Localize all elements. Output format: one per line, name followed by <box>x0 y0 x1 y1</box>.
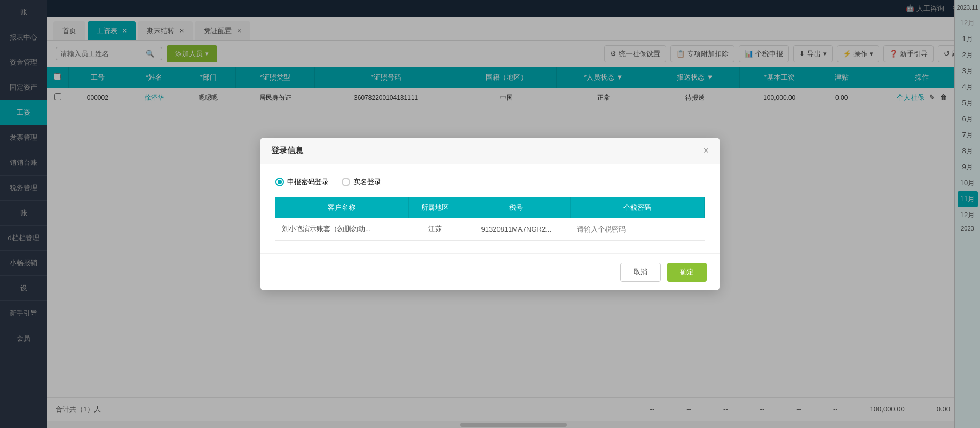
radio-password-circle <box>275 178 284 186</box>
modal-title: 登录信息 <box>271 146 303 156</box>
col-tax-password: 个税密码 <box>571 197 705 218</box>
customer-table: 客户名称 所属地区 税号 个税密码 刘小艳演示账套（勿删勿动... 江苏 913… <box>275 197 705 241</box>
customer-name-cell: 刘小艳演示账套（勿删勿动... <box>275 218 408 241</box>
customer-table-header: 客户名称 所属地区 税号 个税密码 <box>275 197 705 218</box>
radio-realname-circle <box>342 178 350 186</box>
col-tax-no: 税号 <box>462 197 571 218</box>
modal-close-button[interactable]: × <box>703 145 709 156</box>
login-info-modal: 登录信息 × 申报密码登录 实名登录 客户名称 所属 <box>260 138 720 290</box>
modal-body: 申报密码登录 实名登录 客户名称 所属地区 税号 个税密码 <box>260 164 720 253</box>
radio-realname-login[interactable]: 实名登录 <box>342 177 381 187</box>
modal-overlay: 登录信息 × 申报密码登录 实名登录 客户名称 所属 <box>0 0 980 428</box>
login-type-radio-group: 申报密码登录 实名登录 <box>275 177 705 187</box>
col-region: 所属地区 <box>408 197 462 218</box>
radio-password-login[interactable]: 申报密码登录 <box>275 177 329 187</box>
customer-password-cell <box>571 218 705 241</box>
tax-password-input[interactable] <box>577 225 698 233</box>
cancel-button[interactable]: 取消 <box>620 263 661 282</box>
modal-footer: 取消 确定 <box>260 253 720 290</box>
customer-row: 刘小艳演示账套（勿删勿动... 江苏 91320811MA7NGR2... <box>275 218 705 241</box>
customer-region-cell: 江苏 <box>408 218 462 241</box>
customer-tax-no-cell: 91320811MA7NGR2... <box>462 218 571 241</box>
modal-header: 登录信息 × <box>260 138 720 164</box>
col-customer-name: 客户名称 <box>275 197 408 218</box>
confirm-button[interactable]: 确定 <box>667 263 707 282</box>
